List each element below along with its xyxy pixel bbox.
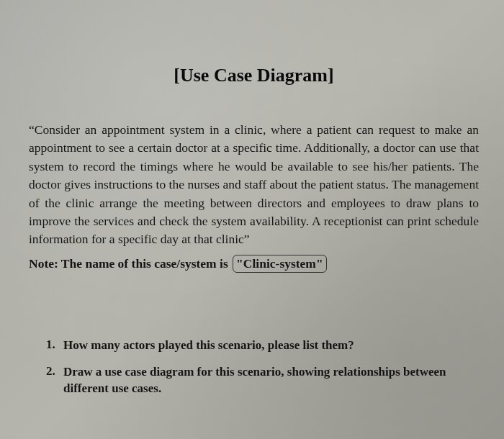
question-list: 1. How many actors played this scenario,… bbox=[29, 338, 479, 397]
question-number: 1. bbox=[46, 338, 63, 354]
page-title: [Use Case Diagram] bbox=[29, 65, 479, 86]
question-number: 2. bbox=[46, 364, 63, 397]
question-text: How many actors played this scenario, pl… bbox=[63, 338, 479, 354]
scenario-paragraph: “Consider an appointment system in a cli… bbox=[29, 121, 479, 249]
note-line: Note: The name of this case/system is "C… bbox=[29, 255, 479, 273]
list-item: 1. How many actors played this scenario,… bbox=[46, 338, 479, 354]
system-name-box: "Clinic-system" bbox=[233, 255, 327, 273]
document-content: [Use Case Diagram] “Consider an appointm… bbox=[29, 65, 479, 397]
question-text: Draw a use case diagram for this scenari… bbox=[63, 364, 479, 397]
note-prefix: Note: The name of this case/system is bbox=[29, 256, 231, 271]
list-item: 2. Draw a use case diagram for this scen… bbox=[46, 364, 479, 397]
